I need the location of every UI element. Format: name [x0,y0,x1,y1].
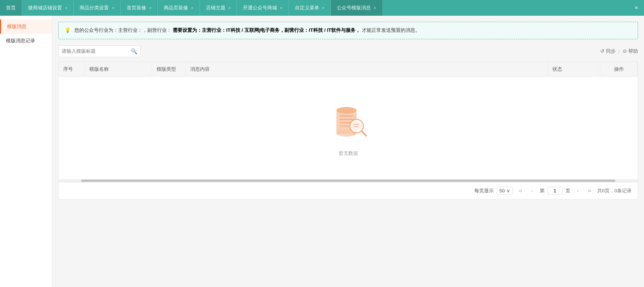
tab-custom-menu[interactable]: 自定义菜单 × [289,0,331,16]
svg-point-2 [336,107,357,114]
close-icon[interactable]: × [112,6,114,10]
tab-store-settings[interactable]: 微商城店铺设置 × [22,0,74,16]
help-button[interactable]: ⊙ 帮助 [623,48,638,55]
notice-highlight: 需要设置为：主营行业：IT科技 / 互联网|电子商务，副营行业：IT科技 / I… [173,27,360,33]
tab-category-settings[interactable]: 商品分类设置 × [74,0,120,16]
th-name: 模版名称 [85,62,152,76]
close-icon[interactable]: × [374,6,376,10]
close-icon[interactable]: × [228,6,231,10]
empty-state: 暂无数据 [59,77,638,179]
empty-text: 暂无数据 [339,150,358,157]
page-size-select[interactable]: 50 ∨ [497,187,512,195]
sync-icon: ↺ [600,48,604,54]
prev-page-button[interactable]: ‹ [528,186,537,195]
page-input[interactable] [548,187,563,195]
sync-button[interactable]: ↺ 同步 [600,48,616,55]
close-all-button[interactable]: × [629,4,644,11]
scroll-thumb[interactable] [81,180,615,182]
sidebar-item-template-message[interactable]: 模版消息 [0,19,52,34]
empty-illustration [326,99,371,144]
total-info: 共0页，0条记录 [597,187,632,194]
close-icon[interactable]: × [65,6,67,10]
close-icon[interactable]: × [322,6,324,10]
pagination: 每页显示 50 ∨ ⊲ ‹ 第 页 › ⊳ 共0页，0条记录 [59,182,638,199]
th-seq: 序号 [59,62,85,76]
top-nav: 首页 微商城店铺设置 × 商品分类设置 × 首页装修 × 商品页装修 × 店铺主… [0,0,644,16]
tab-home-decoration[interactable]: 首页装修 × [121,0,158,16]
search-input-wrap: 🔍 [58,45,141,57]
close-icon[interactable]: × [149,6,151,10]
next-page-button[interactable]: › [573,186,582,195]
chevron-down-icon: ∨ [506,188,510,193]
page-size-label: 每页显示 [474,187,494,194]
th-status: 状态 [548,62,600,76]
horizontal-scrollbar[interactable] [59,179,638,182]
main-layout: 模版消息 模版消息记录 💡 您的公众号行业为：主营行业：，副营行业： 需要设置为… [0,16,644,287]
page-prefix: 第 [540,187,545,194]
tab-store-theme[interactable]: 店铺主题 × [200,0,237,16]
tab-open-mall[interactable]: 开通公众号商城 × [237,0,289,16]
th-content: 消息内容 [186,62,548,76]
toolbar: 🔍 ↺ 同步 | ⊙ 帮助 [58,45,638,57]
notice-banner: 💡 您的公众号行业为：主营行业：，副营行业： 需要设置为：主营行业：IT科技 /… [58,22,638,39]
th-type: 模版类型 [152,62,186,76]
last-page-button[interactable]: ⊳ [585,186,594,195]
table-wrap: 序号 模版名称 模版类型 消息内容 状态 操作 [58,62,638,199]
first-page-button[interactable]: ⊲ [516,186,525,195]
help-icon: ⊙ [623,48,627,54]
tab-template-message[interactable]: 公众号模版消息 × [331,0,382,16]
th-action: 操作 [600,62,638,76]
page-word: 页 [566,187,570,194]
search-input[interactable] [62,48,131,54]
toolbar-right: ↺ 同步 | ⊙ 帮助 [600,48,638,55]
search-icon[interactable]: 🔍 [131,48,137,54]
sidebar-item-template-message-record[interactable]: 模版消息记录 [0,34,52,48]
close-icon[interactable]: × [280,6,282,10]
bulb-icon: 💡 [65,27,71,33]
svg-line-9 [361,131,366,136]
sidebar: 模版消息 模版消息记录 [0,16,52,287]
divider: | [619,48,620,54]
close-icon[interactable]: × [191,6,193,10]
svg-point-8 [352,122,361,131]
table-header: 序号 模版名称 模版类型 消息内容 状态 操作 [59,62,638,77]
tab-home[interactable]: 首页 [0,0,22,16]
tab-product-decoration[interactable]: 商品页装修 × [158,0,200,16]
content-area: 💡 您的公众号行业为：主营行业：，副营行业： 需要设置为：主营行业：IT科技 /… [52,16,644,287]
